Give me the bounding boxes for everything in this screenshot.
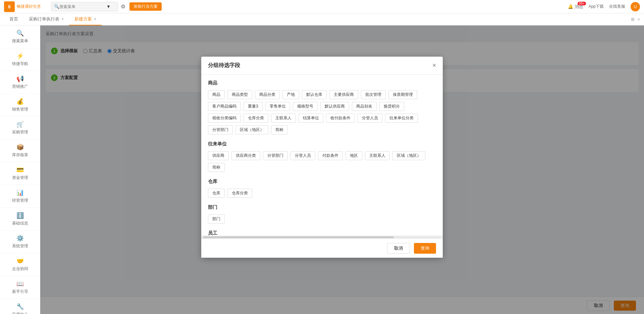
section-employee-title: 员工 <box>208 230 436 236</box>
section-warehouse: 仓库 仓库 仓库分类 <box>208 179 436 198</box>
field-tag[interactable]: 商品分类 <box>255 90 280 99</box>
sidebar-item-enterprise[interactable]: 🤝 企业协同 <box>0 253 40 276</box>
field-tag[interactable]: 结算单位 <box>299 114 323 123</box>
tab-home[interactable]: 首页 <box>4 13 23 25</box>
sidebar-item-system[interactable]: ⚙️ 系统管理 <box>0 231 40 253</box>
field-tag[interactable]: 区域（地区） <box>392 151 425 160</box>
sidebar-item-guide[interactable]: 📖 新手引导 <box>0 276 40 299</box>
field-tag[interactable]: 分管部门 <box>263 151 288 160</box>
sidebar-item-quicknav[interactable]: ⚡ 快捷导航 <box>0 48 40 71</box>
tab-close-all-icon[interactable]: × <box>637 17 640 22</box>
logo-icon: 6 <box>4 1 15 12</box>
finance-icon: 💳 <box>16 166 24 174</box>
dropdown-icon[interactable]: ▼ <box>106 4 111 9</box>
system-icon: ⚙️ <box>16 235 24 242</box>
field-tag[interactable]: 商品别名 <box>352 102 377 111</box>
tab-expand-icon[interactable]: ⊞ <box>631 17 635 22</box>
field-tag[interactable]: 保质期管理 <box>388 90 417 99</box>
app-download-link[interactable]: App下载 <box>589 4 604 9</box>
marketing-icon: 📢 <box>16 75 24 82</box>
sidebar-item-label: 采购管理 <box>12 129 28 135</box>
field-tag[interactable]: 简称 <box>208 163 225 172</box>
search-bar[interactable]: 🔍 ▼ <box>51 2 118 11</box>
field-tag[interactable]: 仓库 <box>208 189 225 198</box>
inventory-icon: 📦 <box>16 143 24 151</box>
field-tag[interactable]: 供应商分类 <box>231 151 260 160</box>
field-tag[interactable]: 付款条件 <box>318 151 343 160</box>
notification-btn[interactable]: 🔔 消息 99+ <box>568 4 583 10</box>
gear-icon[interactable]: ⚙ <box>121 3 125 10</box>
field-tag[interactable]: 主要供应商 <box>329 90 358 99</box>
modal-footer: 取消 查询 <box>201 239 443 258</box>
search-menu-icon: 🔍 <box>16 29 24 37</box>
modal-close-btn[interactable]: × <box>432 62 436 69</box>
field-tag[interactable]: 供应商 <box>208 151 229 160</box>
sidebar-item-search[interactable]: 🔍 搜索菜单 <box>0 25 40 48</box>
sidebar-item-operations[interactable]: 📊 经营管理 <box>0 185 40 208</box>
field-tag[interactable]: 商品 <box>208 90 225 99</box>
field-tag[interactable]: 简称 <box>271 125 288 134</box>
field-tag[interactable]: 批次管理 <box>361 90 386 99</box>
field-tag[interactable]: 税收分类编码 <box>208 114 241 123</box>
section-department-tags: 部门 <box>208 214 436 224</box>
field-tag[interactable]: 重量3 <box>244 102 263 111</box>
field-tag[interactable]: 商品类型 <box>227 90 252 99</box>
sidebar-item-basic-info[interactable]: ℹ️ 基础信息 <box>0 208 40 231</box>
field-tag[interactable]: 往来单位分类 <box>385 114 418 123</box>
notification-icon: 🔔 <box>568 4 573 9</box>
sales-icon: 💰 <box>16 98 24 105</box>
sidebar-item-label: 销售管理 <box>12 107 28 112</box>
section-department-title: 部门 <box>208 204 436 210</box>
field-tag[interactable]: 地区 <box>345 151 362 160</box>
field-tag[interactable]: 炼货积分 <box>379 102 404 111</box>
tab-controls: ⊞ × <box>631 17 640 22</box>
sidebar-item-label: 营销推广 <box>12 84 28 89</box>
tab-purchase-order[interactable]: 采购订单执行表 × <box>23 13 69 25</box>
logo-area: 6 畅捷通好生意 <box>4 1 44 12</box>
sidebar-item-label: 企业协同 <box>12 266 28 272</box>
field-tag[interactable]: 主联系人 <box>271 114 296 123</box>
sidebar-item-marketing[interactable]: 📢 营销推广 <box>0 71 40 94</box>
field-tag[interactable]: 规格型号 <box>293 102 318 111</box>
modal-title: 分组待选字段 <box>208 62 240 69</box>
field-tag[interactable]: 分管人员 <box>290 151 315 160</box>
basic-info-icon: ℹ️ <box>16 212 24 219</box>
tab-bar: 首页 采购订单执行表 × 新建方案 × ⊞ × <box>0 13 644 25</box>
field-tag[interactable]: 分管部门 <box>208 125 233 134</box>
sidebar-item-finance[interactable]: 💳 资金管理 <box>0 162 40 185</box>
sidebar-item-label: 库存核算 <box>12 152 28 158</box>
field-tag[interactable]: 区域（地区） <box>235 125 268 134</box>
sidebar-item-inventory[interactable]: 📦 库存核算 <box>0 139 40 162</box>
experience-btn[interactable]: 体验行业方案 <box>129 2 162 11</box>
field-tag[interactable]: 主联系人 <box>365 151 390 160</box>
field-tag[interactable]: 零售单位 <box>265 102 290 111</box>
sidebar-item-sales[interactable]: 💰 销售管理 <box>0 94 40 117</box>
field-tag[interactable]: 收付款条件 <box>326 114 355 123</box>
tab-new-plan[interactable]: 新建方案 × <box>69 13 102 25</box>
field-tag[interactable]: 产地 <box>282 90 299 99</box>
modal-header: 分组待选字段 × <box>201 57 443 75</box>
field-tag[interactable]: 默认仓库 <box>302 90 327 99</box>
top-header: 6 畅捷通好生意 🔍 ▼ ⚙ 体验行业方案 🔔 消息 99+ App下载 在线客… <box>0 0 644 13</box>
sidebar: 🔍 搜索菜单 ⚡ 快捷导航 📢 营销推广 💰 销售管理 🛒 采购管理 📦 库存核… <box>0 25 40 314</box>
field-tag[interactable]: 客户商品编码 <box>208 102 241 111</box>
field-tag[interactable]: 仓库分类 <box>227 189 252 198</box>
field-tag[interactable]: 仓库分类 <box>244 114 268 123</box>
modal-horizontal-scrollbar[interactable] <box>201 236 443 239</box>
online-service-link[interactable]: 在线客服 <box>609 4 625 9</box>
section-partner-title: 往来单位 <box>208 141 436 147</box>
sidebar-item-label: 经营管理 <box>12 198 28 203</box>
section-product-title: 商品 <box>208 80 436 86</box>
search-input[interactable] <box>59 4 106 9</box>
field-tag[interactable]: 分管人员 <box>358 114 382 123</box>
notification-badge: 99+ <box>578 2 586 5</box>
field-tag[interactable]: 部门 <box>208 214 225 224</box>
modal-confirm-btn[interactable]: 查询 <box>414 243 436 254</box>
modal-cancel-btn[interactable]: 取消 <box>387 243 410 254</box>
tab-close-purchase[interactable]: × <box>61 17 64 21</box>
tab-close-new-plan[interactable]: × <box>94 17 96 21</box>
avatar[interactable]: U <box>631 2 640 11</box>
sidebar-item-appstore[interactable]: 🔧 应用中心 <box>0 299 40 314</box>
field-tag[interactable]: 默认供应商 <box>320 102 349 111</box>
sidebar-item-purchase[interactable]: 🛒 采购管理 <box>0 117 40 139</box>
